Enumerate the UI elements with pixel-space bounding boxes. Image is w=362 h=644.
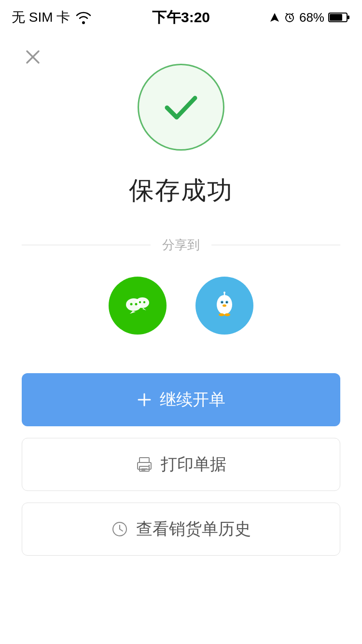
- action-buttons: 继续开单 打印单据 查看销货单历史: [22, 373, 340, 556]
- close-icon: [24, 48, 42, 66]
- svg-point-14: [139, 301, 141, 303]
- svg-line-38: [120, 529, 123, 531]
- svg-line-2: [290, 18, 291, 19]
- svg-point-23: [223, 305, 226, 307]
- sim-text: 无 SIM 卡: [12, 8, 70, 27]
- svg-point-22: [226, 302, 228, 303]
- share-label: 分享到: [162, 237, 200, 253]
- status-left: 无 SIM 卡: [12, 8, 92, 27]
- checkmark-icon: [159, 85, 203, 129]
- svg-point-35: [149, 465, 150, 466]
- history-button[interactable]: 查看销货单历史: [22, 503, 340, 556]
- continue-order-button[interactable]: 继续开单: [22, 373, 340, 426]
- history-label: 查看销货单历史: [136, 518, 251, 540]
- continue-order-label: 继续开单: [160, 389, 225, 411]
- success-icon-circle: [138, 64, 224, 151]
- wifi-icon: [75, 11, 92, 24]
- alarm-icon: [284, 12, 295, 23]
- qq-share-button[interactable]: [195, 277, 253, 335]
- qq-icon: [208, 289, 241, 322]
- svg-rect-7: [348, 15, 349, 19]
- plus-icon: [137, 392, 152, 407]
- print-label: 打印单据: [161, 453, 226, 476]
- share-divider: 分享到: [22, 237, 340, 253]
- divider-line-right: [211, 245, 340, 245]
- svg-point-24: [219, 313, 224, 316]
- status-bar: 无 SIM 卡 下午3:20 68%: [0, 0, 362, 35]
- history-icon: [111, 520, 128, 538]
- status-right: 68%: [269, 10, 350, 25]
- share-icons-group: [109, 277, 253, 335]
- printer-icon: [136, 456, 153, 473]
- svg-point-21: [222, 302, 223, 303]
- svg-rect-30: [139, 458, 149, 462]
- success-title: 保存成功: [129, 174, 233, 208]
- status-time: 下午3:20: [152, 8, 210, 28]
- svg-point-27: [223, 292, 225, 294]
- svg-line-4: [292, 14, 293, 14]
- location-icon: [269, 12, 280, 23]
- divider-line-left: [22, 245, 151, 245]
- close-button[interactable]: [19, 43, 46, 70]
- print-button[interactable]: 打印单据: [22, 438, 340, 491]
- wechat-icon: [120, 288, 155, 323]
- main-content: 保存成功 分享到: [0, 35, 362, 644]
- svg-line-3: [286, 14, 288, 14]
- svg-point-11: [136, 297, 149, 308]
- battery-icon: [328, 12, 350, 23]
- svg-point-15: [143, 301, 145, 303]
- battery-text: 68%: [299, 10, 324, 25]
- svg-point-25: [224, 313, 230, 316]
- svg-rect-6: [330, 14, 342, 21]
- wechat-share-button[interactable]: [109, 277, 167, 335]
- svg-point-12: [130, 303, 133, 306]
- svg-point-13: [135, 303, 138, 306]
